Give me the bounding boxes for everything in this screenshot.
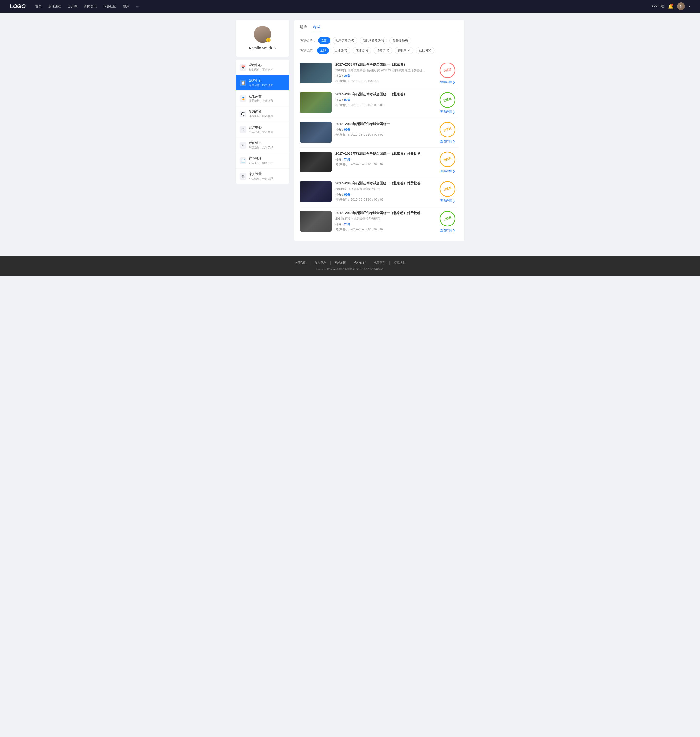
filter-type-btn-付费批卷(6)[interactable]: 付费批卷(6): [390, 37, 411, 44]
filter-status-btn-已通过(2)[interactable]: 已通过(2): [331, 47, 350, 54]
filter-status-btn-待考试(2)[interactable]: 待考试(2): [374, 47, 392, 54]
filter-type-label: 考试类型：: [300, 38, 316, 43]
exam-detail-link-5[interactable]: 查看详情 ❯: [440, 228, 455, 233]
exam-detail-link-1[interactable]: 查看详情 ❯: [440, 110, 455, 114]
exam-stamp-1: 已通过: [438, 90, 457, 109]
sidebar-item-question[interactable]: 📋 题库中心 海量习题、助力通关: [236, 75, 289, 91]
exam-desc-0: 2018年行测考试是最值得多去研究 2018年行测考试是最值得多去研究 2018…: [335, 68, 428, 72]
filter-status-btn-待批阅(2)[interactable]: 待批阅(2): [395, 47, 413, 54]
main-nav: 首页发现课程公开课新闻资讯问答社区题库···: [35, 4, 651, 9]
footer-link-4[interactable]: 免责声明: [370, 261, 390, 265]
exam-item-0: 2017–2018年行测证件考试全国统一（北京卷） 2018年行测考试是最值得多…: [300, 59, 459, 88]
edit-profile-icon[interactable]: ✎: [274, 46, 276, 50]
footer-copyright: Copyright® 云朵商学院 版权所有 京ICP备17051340号–1: [0, 267, 700, 271]
qa-text: 学习问答 课后重温、疑难解答: [249, 110, 285, 118]
course-label: 课程中心: [249, 63, 285, 67]
course-text: 课程中心 精彩课程、不容错过: [249, 63, 285, 72]
content-area: 题库考试 考试类型： 全部证书类考试(4)随机抽题考试(5)付费批卷(6) 考试…: [294, 20, 464, 241]
exam-score-0: 得分：25分: [335, 74, 432, 78]
exam-time-5: 考试时间： 2019–05–03 10：09：09: [335, 227, 432, 231]
exam-item-1: 2017–2018年行测证件考试全国统一（北京卷） 得分：99分 考试时间： 2…: [300, 88, 459, 118]
question-label: 题库中心: [249, 78, 285, 83]
filter-type-btn-证书类考试(4)[interactable]: 证书类考试(4): [333, 37, 357, 44]
filter-status-btn-未通过(2)[interactable]: 未通过(2): [353, 47, 371, 54]
message-text: 我的消息 消息通知、及时了解: [249, 141, 285, 149]
exam-score-5: 得分：25分: [335, 222, 432, 227]
exam-item-2: 2017–2018年行测证件考试全国统一 得分：99分 考试时间： 2019–0…: [300, 118, 459, 147]
exam-detail-link-0[interactable]: 查看详情 ❯: [440, 80, 455, 84]
avatar[interactable]: N: [677, 3, 685, 10]
exam-action-1: 已通过 查看详情 ❯: [437, 92, 459, 114]
exam-time-0: 考试时间： 2019–05–03 10:09:09: [335, 79, 432, 83]
exam-thumb-4: [300, 181, 331, 202]
exam-detail-link-4[interactable]: 查看详情 ❯: [440, 199, 455, 203]
nav-item-···[interactable]: ···: [136, 4, 139, 9]
exam-thumb-0: [300, 62, 331, 83]
filter-status-label: 考试状态: [300, 49, 315, 53]
question-text: 题库中心 海量习题、助力通关: [249, 78, 285, 87]
nav-item-题库[interactable]: 题库: [123, 4, 129, 9]
filter-type-btn-随机抽题考试(5)[interactable]: 随机抽题考试(5): [360, 37, 387, 44]
chevron-down-icon[interactable]: ▾: [689, 4, 690, 8]
sidebar-avatar-wrap: 🏆: [254, 26, 271, 43]
footer-link-0[interactable]: 关于我们: [291, 261, 311, 265]
sidebar-item-order[interactable]: 📄 订单管理 订单支出、明明白白: [236, 153, 289, 168]
exam-action-3: 待批阅 查看详情 ❯: [437, 152, 459, 173]
exam-score-val-0: 25分: [344, 74, 350, 78]
cert-text: 证书荣誉 收获荣誉、持证上岗: [249, 94, 285, 103]
filter-type-btn-全部[interactable]: 全部: [318, 37, 330, 44]
exam-info-3: 2017–2018年行测证件考试全国统一（北京卷）付费批卷 得分：25分 考试时…: [335, 152, 432, 167]
exam-action-0: 未通过 查看详情 ❯: [437, 62, 459, 84]
sidebar-name-row: Natalie Smith ✎: [240, 46, 285, 50]
nav-item-发现课程[interactable]: 发现课程: [49, 4, 61, 9]
exam-time-3: 考试时间： 2019–05–03 10：09：09: [335, 162, 432, 167]
exam-title-1: 2017–2018年行测证件考试全国统一（北京卷）: [335, 92, 432, 97]
logo[interactable]: LOGO: [10, 3, 25, 9]
exam-score-val-4: 99分: [344, 193, 350, 196]
exam-stamp-0: 未通过: [438, 61, 457, 80]
exam-title-5: 2017–2018年行测证件考试全国统一（北京卷）付费批卷: [335, 211, 432, 215]
notification-dot: [671, 4, 673, 6]
qa-sub: 课后重温、疑难解答: [249, 115, 285, 118]
exam-detail-link-2[interactable]: 查看详情 ❯: [440, 139, 455, 143]
exam-score-val-2: 99分: [344, 128, 350, 131]
filter-type-row: 考试类型： 全部证书类考试(4)随机抽题考试(5)付费批卷(6): [300, 37, 459, 44]
sidebar-item-message[interactable]: ✉ 我的消息 消息通知、及时了解: [236, 137, 289, 153]
sidebar-item-account[interactable]: ♡ 账户中心 个人权益、实时掌握: [236, 122, 289, 137]
sidebar-item-settings[interactable]: ⚙ 个人设置 个人信息、一键管理: [236, 168, 289, 184]
message-label: 我的消息: [249, 141, 285, 145]
nav-item-首页[interactable]: 首页: [35, 4, 41, 9]
footer-link-1[interactable]: 加盟代理: [311, 261, 331, 265]
exam-action-4: 待批阅 查看详情 ❯: [437, 181, 459, 203]
footer-link-2[interactable]: 网站地图: [331, 261, 350, 265]
header-right: APP下载 🔔 N ▾: [651, 3, 690, 10]
nav-item-问答社区[interactable]: 问答社区: [103, 4, 116, 9]
footer-link-3[interactable]: 合作伙伴: [350, 261, 370, 265]
nav-item-新闻资讯[interactable]: 新闻资讯: [84, 4, 97, 9]
qa-icon: 💬: [240, 111, 247, 118]
sidebar-item-qa[interactable]: 💬 学习问答 课后重温、疑难解答: [236, 106, 289, 122]
sidebar-item-course[interactable]: 📅 课程中心 精彩课程、不容错过: [236, 60, 289, 75]
account-text: 账户中心 个人权益、实时掌握: [249, 125, 285, 134]
course-sub: 精彩课程、不容错过: [249, 68, 285, 72]
notification-bell[interactable]: 🔔: [668, 4, 673, 9]
exam-detail-link-3[interactable]: 查看详情 ❯: [440, 169, 455, 173]
exam-info-5: 2017–2018年行测证件考试全国统一（北京卷）付费批卷 2018年行测考试是…: [335, 211, 432, 231]
footer-link-5[interactable]: 招贤纳士: [390, 261, 409, 265]
chevron-right-icon: ❯: [453, 140, 455, 143]
chevron-right-icon: ❯: [453, 199, 455, 203]
tab-题库[interactable]: 题库: [300, 25, 307, 32]
exam-info-2: 2017–2018年行测证件考试全国统一 得分：99分 考试时间： 2019–0…: [335, 122, 432, 137]
exam-title-3: 2017–2018年行测证件考试全国统一（北京卷）付费批卷: [335, 152, 432, 156]
app-download-link[interactable]: APP下载: [651, 4, 664, 9]
nav-item-公开课[interactable]: 公开课: [68, 4, 77, 9]
exam-score-val-1: 99分: [344, 98, 350, 102]
sidebar-item-cert[interactable]: 🏅 证书荣誉 收获荣誉、持证上岗: [236, 91, 289, 106]
exam-thumb-2: [300, 122, 331, 143]
tab-考试[interactable]: 考试: [313, 25, 321, 32]
order-text: 订单管理 订单支出、明明白白: [249, 156, 285, 165]
sidebar-username: Natalie Smith: [249, 46, 272, 50]
filter-status-btn-已批阅(2)[interactable]: 已批阅(2): [416, 47, 435, 54]
filter-status-btn-全部[interactable]: 全部: [317, 47, 329, 54]
header: LOGO 首页发现课程公开课新闻资讯问答社区题库··· APP下载 🔔 N ▾: [0, 0, 700, 13]
